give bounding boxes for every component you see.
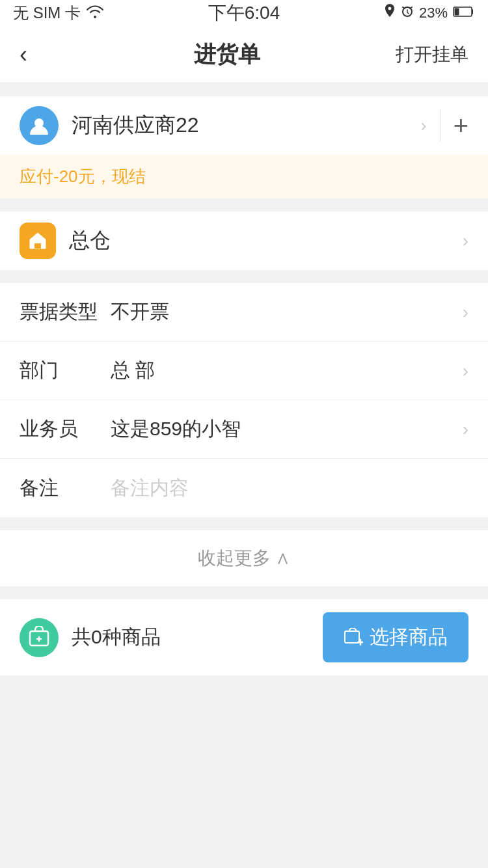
product-count: 共0种商品 — [72, 624, 323, 651]
department-row[interactable]: 部门 总 部 › — [0, 342, 488, 400]
svg-rect-6 — [345, 631, 359, 643]
open-pending-button[interactable]: 打开挂单 — [396, 42, 468, 67]
page-background — [0, 675, 488, 868]
warehouse-name: 总仓 — [69, 226, 463, 255]
supplier-add-button[interactable]: + — [454, 111, 468, 141]
invoice-type-row[interactable]: 票据类型 不开票 › — [0, 283, 488, 342]
nav-bar: ‹ 进货单 打开挂单 — [0, 26, 488, 83]
invoice-type-chevron-icon: › — [463, 302, 468, 323]
back-button[interactable]: ‹ — [20, 41, 59, 68]
status-bar: 无 SIM 卡 下午6:04 23% — [0, 0, 488, 26]
remark-placeholder[interactable]: 备注内容 — [111, 475, 468, 502]
location-icon — [384, 4, 396, 22]
warehouse-row[interactable]: 总仓 › — [0, 211, 488, 270]
svg-rect-4 — [34, 243, 41, 249]
form-section: 票据类型 不开票 › 部门 总 部 › 业务员 这是859的小智 › 备注 备注… — [0, 283, 488, 517]
carrier-label: 无 SIM 卡 — [13, 3, 81, 23]
select-product-button[interactable]: 选择商品 — [323, 612, 468, 662]
status-time: 下午6:04 — [208, 1, 280, 25]
department-value: 总 部 — [111, 357, 463, 384]
salesperson-label: 业务员 — [20, 416, 111, 442]
supplier-divider — [440, 109, 441, 142]
remark-label: 备注 — [20, 475, 111, 502]
product-bar: 共0种商品 选择商品 — [0, 599, 488, 675]
supplier-name: 河南供应商22 — [72, 111, 420, 140]
svg-rect-2 — [455, 8, 459, 16]
section-gap-1 — [0, 83, 488, 96]
salesperson-row[interactable]: 业务员 这是859的小智 › — [0, 400, 488, 459]
select-product-label: 选择商品 — [370, 624, 448, 651]
supplier-row[interactable]: 河南供应商22 › + — [0, 96, 488, 155]
notice-bar: 应付-20元，现结 — [0, 155, 488, 198]
invoice-type-value: 不开票 — [111, 299, 463, 325]
supplier-section: 河南供应商22 › + 应付-20元，现结 — [0, 96, 488, 198]
battery-percent: 23% — [419, 5, 448, 21]
notice-text: 应付-20元，现结 — [20, 167, 146, 186]
department-chevron-icon: › — [463, 360, 468, 381]
department-label: 部门 — [20, 357, 111, 384]
supplier-avatar — [20, 106, 59, 145]
page-title: 进货单 — [194, 40, 260, 70]
wifi-icon — [86, 4, 104, 22]
warehouse-chevron-icon: › — [463, 230, 468, 251]
status-right: 23% — [384, 4, 475, 22]
collapse-label: 收起更多 ∧ — [198, 548, 291, 568]
collapse-bar[interactable]: 收起更多 ∧ — [0, 530, 488, 586]
salesperson-value: 这是859的小智 — [111, 416, 463, 442]
invoice-type-label: 票据类型 — [20, 299, 111, 325]
supplier-chevron-icon: › — [420, 115, 426, 136]
remark-row[interactable]: 备注 备注内容 — [0, 459, 488, 517]
salesperson-chevron-icon: › — [463, 419, 468, 440]
battery-icon — [453, 5, 475, 21]
warehouse-icon — [20, 223, 56, 259]
status-left: 无 SIM 卡 — [13, 3, 104, 23]
alarm-icon — [401, 5, 414, 21]
product-icon — [20, 618, 59, 657]
